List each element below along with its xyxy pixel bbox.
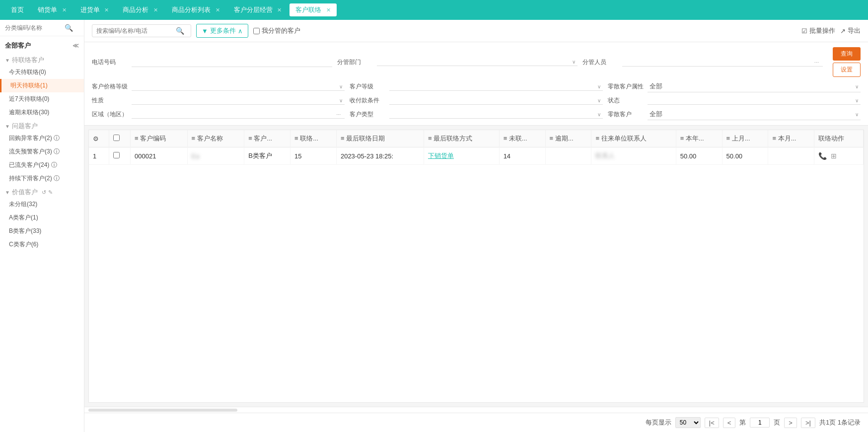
cell-overdue [545, 147, 591, 165]
nav-customer-layering[interactable]: 客户分层经营 ✕ [228, 3, 288, 16]
export-button[interactable]: ↗ 导出 [840, 26, 861, 35]
last-contact-method-link[interactable]: 下销货单 [428, 152, 454, 159]
horizontal-scrollbar[interactable] [88, 409, 237, 412]
close-product-analysis-list-icon[interactable]: ✕ [216, 7, 220, 13]
nav-sales-order[interactable]: 销货单 ✕ [32, 3, 72, 16]
cell-this-month [768, 147, 814, 165]
action-more-icon[interactable]: ⊞ [831, 152, 837, 160]
filter-person-label: 分管人员 [582, 58, 622, 67]
close-customer-contact-icon[interactable]: ✕ [326, 7, 331, 13]
filter-retail-attr-select[interactable]: 全部 ∨ [648, 81, 861, 92]
search-icon[interactable]: 🔍 [176, 27, 184, 35]
filter-customer-level-select[interactable]: ∨ [389, 83, 602, 91]
filter-payment-select[interactable]: ∨ [389, 97, 602, 105]
per-page-select[interactable]: 50 100 200 [675, 417, 701, 428]
close-customer-layering-icon[interactable]: ✕ [277, 7, 282, 13]
filter-customer-type-select[interactable]: ∨ [389, 111, 602, 119]
next-page-button[interactable]: > [784, 418, 797, 428]
col-overdue: ≡ 逾期... [545, 130, 591, 147]
sidebar-item-b-class[interactable]: B类客户(33) [0, 224, 84, 238]
my-customers-checkbox-label[interactable]: 我分管的客户 [253, 26, 300, 35]
sidebar-item-churn-warning[interactable]: 流失预警客户(3) ⓘ [0, 145, 84, 158]
first-page-button[interactable]: |< [705, 418, 719, 428]
nav-product-analysis-list[interactable]: 商品分析列表 ✕ [166, 3, 226, 16]
filter-retail-customer-value: 全部 [650, 110, 662, 119]
query-button[interactable]: 查询 [833, 47, 861, 61]
close-sales-order-icon[interactable]: ✕ [62, 7, 67, 13]
sidebar-item-tomorrow-contact[interactable]: 明天待联络(1) [0, 79, 84, 92]
sidebar-item-churned[interactable]: 已流失客户(24) ⓘ [0, 158, 84, 172]
cell-last-date: 2023-05-23 18:25: [336, 147, 424, 165]
filter-status: 状态 ∨ [608, 96, 861, 105]
all-customers-label: 全部客户 [5, 41, 31, 50]
sidebar-item-ungrouped[interactable]: 未分组(32) [0, 198, 84, 211]
my-customers-checkbox[interactable] [253, 28, 260, 34]
collapse-sidebar-icon[interactable]: ≪ [72, 42, 79, 49]
toolbar: 🔍 ▼ 更多条件 ∧ 我分管的客户 ☑ 批量操作 ↗ 导出 [84, 20, 868, 42]
cell-action: 📞 ⊞ [814, 147, 864, 165]
customer-name-value: Ea [192, 152, 200, 160]
refresh-icon[interactable]: ↺ [42, 189, 46, 196]
sidebar-item-declining[interactable]: 持续下滑客户(2) ⓘ [0, 172, 84, 185]
sidebar-item-repurchase-anomaly[interactable]: 回购异常客户(2) ⓘ [0, 132, 84, 145]
all-customers-header[interactable]: 全部客户 ≪ [0, 38, 84, 53]
sidebar-item-today-contact[interactable]: 今天待联络(0) [0, 66, 84, 79]
batch-ops-button[interactable]: ☑ 批量操作 [801, 26, 835, 35]
sidebar-search-input[interactable] [5, 24, 65, 31]
filter-phone-input[interactable] [132, 58, 332, 67]
group-value-customers[interactable]: ▼ 价值客户 ↺ ✎ [0, 185, 84, 198]
more-filter-button[interactable]: ▼ 更多条件 ∧ [196, 24, 248, 38]
sidebar-item-overdue-contact[interactable]: 逾期未联络(30) [0, 106, 84, 119]
group-problem-customers[interactable]: ▼ 问题客户 [0, 119, 84, 132]
filter-customer-type-label: 客户类型 [350, 110, 389, 119]
cell-contact-count: 15 [290, 147, 337, 165]
filter-region-select[interactable]: ··· [132, 110, 345, 119]
filter-customer-level-chevron-icon: ∨ [597, 84, 601, 89]
col-contact-count-label: ≡ 联络... [294, 135, 318, 142]
sidebar-search-icon[interactable]: 🔍 [65, 24, 73, 32]
toolbar-right: ☑ 批量操作 ↗ 导出 [801, 26, 861, 35]
filter-payment-chevron-icon: ∨ [597, 98, 601, 103]
filter-person-more-icon[interactable]: ··· [812, 59, 821, 65]
sidebar-item-7day-contact[interactable]: 近7天待联络(0) [0, 92, 84, 106]
group-pending-contact[interactable]: ▼ 待联络客户 [0, 53, 84, 66]
filter-phone: 电话号码 [92, 58, 332, 67]
scrollbar-area [84, 407, 868, 413]
filter-region-more-icon[interactable]: ··· [334, 111, 343, 117]
filter-person-select[interactable]: ··· [622, 58, 823, 67]
filter-status-select[interactable]: ∨ [648, 97, 861, 105]
search-input[interactable] [96, 27, 176, 34]
last-page-button[interactable]: >| [801, 418, 815, 428]
col-settings[interactable]: ⚙ [89, 130, 109, 147]
col-this-month-label: ≡ 本月... [772, 135, 796, 142]
sidebar-item-a-class[interactable]: A类客户(1) [0, 211, 84, 224]
filter-retail-customer-select[interactable]: 全部 ∨ [648, 109, 861, 120]
close-product-analysis-icon[interactable]: ✕ [153, 7, 158, 13]
prev-page-button[interactable]: < [723, 418, 736, 428]
nav-purchase-order[interactable]: 进货单 ✕ [74, 3, 115, 16]
filter-customer-type: 客户类型 ∨ [350, 110, 602, 119]
filter-price-level-label: 客户价格等级 [92, 82, 132, 91]
value-customers-label: 价值客户 [12, 188, 38, 197]
filter-price-level-select[interactable]: ∨ [132, 83, 345, 91]
filter-nature-select[interactable]: ∨ [132, 97, 345, 105]
nav-home[interactable]: 首页 [5, 3, 30, 16]
close-purchase-order-icon[interactable]: ✕ [104, 7, 109, 13]
sidebar-item-c-class[interactable]: C类客户(6) [0, 238, 84, 251]
col-customer-type: ≡ 客户... [244, 130, 290, 147]
settings-button[interactable]: 设置 [833, 63, 861, 77]
cell-last-month: 50.00 [722, 147, 768, 165]
edit-value-icon[interactable]: ✎ [48, 189, 53, 196]
select-all-checkbox[interactable] [113, 135, 120, 141]
filter-dept-select[interactable]: ∨ [377, 58, 578, 66]
row-checkbox[interactable] [113, 152, 120, 158]
nav-product-analysis[interactable]: 商品分析 ✕ [117, 3, 164, 16]
filter-status-label: 状态 [608, 96, 648, 105]
cell-contact-person: 联系人 [591, 147, 676, 165]
contact-person-value: 联系人 [595, 152, 615, 159]
cell-name: Ea [187, 147, 244, 165]
nav-customer-contact[interactable]: 客户联络 ✕ [289, 3, 337, 16]
page-number-input[interactable] [750, 418, 770, 428]
filter-retail-attr-value: 全部 [650, 82, 662, 91]
action-phone-icon[interactable]: 📞 [818, 152, 827, 160]
